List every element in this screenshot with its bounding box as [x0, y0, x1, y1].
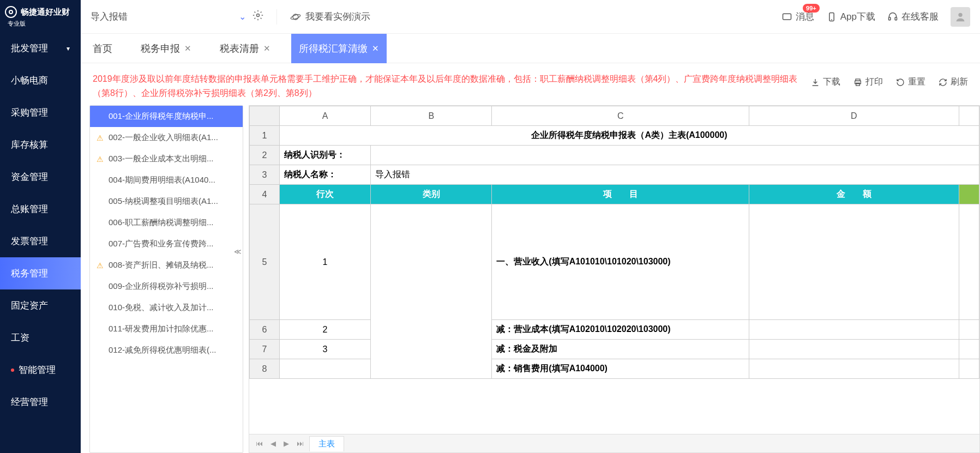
nav: 批发管理▾小畅电商采购管理库存核算资金管理总账管理发票管理税务管理固定资产工资智… — [0, 32, 81, 453]
chevron-down-icon[interactable]: ⌄ — [239, 11, 246, 22]
sidebar-item[interactable]: 小畅电商 — [0, 64, 81, 96]
row-header[interactable]: 2 — [250, 146, 280, 165]
report-list-item[interactable]: 005-纳税调整项目明细表(A1... — [90, 191, 243, 212]
tab[interactable]: 税务申报✕ — [133, 34, 199, 63]
cell[interactable]: 一、营业收入(填写A101010\101020\103000) — [492, 204, 749, 320]
sheet-tab[interactable]: 主表 — [309, 436, 344, 451]
report-list-item[interactable]: 012-减免所得税优惠明细表(... — [90, 340, 243, 361]
report-list-item[interactable]: 011-研发费用加计扣除优惠... — [90, 318, 243, 340]
report-list-item[interactable]: 010-免税、减计收入及加计... — [90, 297, 243, 318]
cell[interactable]: 导入报错 — [371, 165, 979, 185]
cell[interactable] — [371, 146, 979, 165]
table-row: 2 纳税人识别号： — [250, 146, 979, 165]
sheet-grid[interactable]: A B C D 1 企业所得税年度纳税申报表（A类）主表(A100000) 2 — [249, 106, 979, 434]
prev-icon[interactable]: ◀ — [268, 439, 278, 448]
cell[interactable] — [959, 204, 979, 320]
cell[interactable]: 减：税金及附加 — [492, 340, 749, 359]
col-header[interactable]: C — [492, 106, 749, 126]
sidebar-item[interactable]: 采购管理 — [0, 96, 81, 129]
row-header[interactable]: 6 — [250, 320, 280, 340]
reset-button[interactable]: 重置 — [896, 76, 925, 88]
sidebar-item[interactable]: 总账管理 — [0, 193, 81, 225]
collapse-icon[interactable]: ≪ — [234, 247, 242, 256]
sidebar-item[interactable]: 工资 — [0, 322, 81, 354]
svg-point-1 — [10, 11, 12, 13]
print-button[interactable]: 打印 — [853, 76, 883, 88]
row-header[interactable]: 3 — [250, 165, 280, 185]
tab[interactable]: 所得税汇算清缴✕ — [291, 34, 387, 63]
cell[interactable] — [749, 204, 959, 320]
support-button[interactable]: 在线客服 — [887, 10, 939, 23]
first-icon[interactable]: ⏮ — [254, 439, 265, 448]
cell[interactable]: 纳税人识别号： — [279, 146, 370, 165]
row-header[interactable]: 7 — [250, 340, 280, 359]
last-icon[interactable]: ⏭ — [294, 439, 306, 448]
planet-icon — [290, 11, 301, 22]
row-header[interactable]: 8 — [250, 359, 280, 379]
tab[interactable]: 首页 — [91, 34, 120, 63]
close-icon[interactable]: ✕ — [263, 44, 270, 53]
sidebar-item[interactable]: 发票管理 — [0, 225, 81, 257]
col-header[interactable]: D — [749, 106, 959, 126]
message-button[interactable]: 消息 99+ — [781, 10, 814, 23]
cell[interactable]: 减：销售费用(填写A104000) — [492, 359, 749, 379]
gear-icon[interactable] — [252, 10, 263, 23]
col-header[interactable]: B — [371, 106, 492, 126]
sidebar-item[interactable]: 批发管理▾ — [0, 32, 81, 64]
cell[interactable] — [749, 340, 959, 359]
refresh-button[interactable]: 刷新 — [939, 76, 968, 88]
sidebar-item-label: 采购管理 — [11, 106, 48, 119]
sidebar-item[interactable]: 税务管理 — [0, 257, 81, 289]
table-row: 8减：销售费用(填写A104000) — [250, 359, 979, 379]
close-icon[interactable]: ✕ — [184, 44, 191, 53]
corner-cell — [250, 106, 280, 126]
brand-name: 畅捷通好业财 — [21, 7, 70, 17]
tab-label: 所得税汇算清缴 — [299, 42, 368, 55]
row-header[interactable]: 1 — [250, 126, 280, 146]
cell[interactable]: 2 — [279, 320, 370, 340]
cell[interactable]: 减：营业成本(填写A102010\102020\103000) — [492, 320, 749, 340]
cell[interactable] — [749, 320, 959, 340]
cell[interactable]: 纳税人名称： — [279, 165, 370, 185]
report-list-item[interactable]: 007-广告费和业务宣传费跨... — [90, 233, 243, 255]
download-button[interactable]: 下载 — [811, 76, 840, 88]
col-header[interactable]: A — [279, 106, 370, 126]
sidebar-item-label: 经营管理 — [11, 396, 48, 408]
report-list-item[interactable]: ⚠003-一般企业成本支出明细... — [90, 148, 243, 170]
report-list-item[interactable]: 006-职工薪酬纳税调整明细... — [90, 212, 243, 233]
row-header[interactable]: 5 — [250, 204, 280, 320]
tab[interactable]: 税表清册✕ — [212, 34, 278, 63]
report-list-item[interactable]: ⚠008-资产折旧、摊销及纳税... — [90, 255, 243, 276]
sheet-title[interactable]: 企业所得税年度纳税申报表（A类）主表(A100000) — [279, 126, 979, 146]
report-list-item[interactable]: 009-企业所得税弥补亏损明... — [90, 276, 243, 297]
sidebar-item[interactable]: 固定资产 — [0, 289, 81, 322]
row-header[interactable]: 4 — [250, 185, 280, 204]
search-input[interactable]: 导入报错 — [91, 10, 232, 23]
cell[interactable] — [959, 359, 979, 379]
tabs: 首页税务申报✕税表清册✕所得税汇算清缴✕ — [81, 34, 980, 63]
header-cell: 金 额 — [749, 185, 959, 204]
cell[interactable] — [959, 340, 979, 359]
close-icon[interactable]: ✕ — [372, 44, 379, 53]
demo-link[interactable]: 我要看实例演示 — [290, 10, 370, 23]
header-cell — [959, 185, 979, 204]
next-icon[interactable]: ▶ — [281, 439, 291, 448]
cell[interactable] — [279, 359, 370, 379]
sidebar-item[interactable]: 智能管理 — [0, 354, 81, 386]
sidebar-item-label: 总账管理 — [11, 203, 48, 215]
cell[interactable] — [749, 359, 959, 379]
sidebar-item[interactable]: 资金管理 — [0, 161, 81, 193]
report-list-item[interactable]: 001-企业所得税年度纳税申... — [90, 106, 243, 127]
cell[interactable]: 3 — [279, 340, 370, 359]
sidebar-item[interactable]: 库存核算 — [0, 129, 81, 161]
cell[interactable] — [959, 320, 979, 340]
avatar[interactable] — [951, 7, 970, 27]
app-download-button[interactable]: App下载 — [826, 10, 875, 23]
cell[interactable] — [371, 204, 492, 379]
report-list-item[interactable]: ⚠002-一般企业收入明细表(A1... — [90, 127, 243, 148]
cell[interactable]: 1 — [279, 204, 370, 320]
sidebar-item[interactable]: 经营管理 — [0, 386, 81, 418]
report-list-item[interactable]: 004-期间费用明细表(A1040... — [90, 170, 243, 191]
table-row: 1 企业所得税年度纳税申报表（A类）主表(A100000) — [250, 126, 979, 146]
print-icon — [853, 78, 862, 87]
